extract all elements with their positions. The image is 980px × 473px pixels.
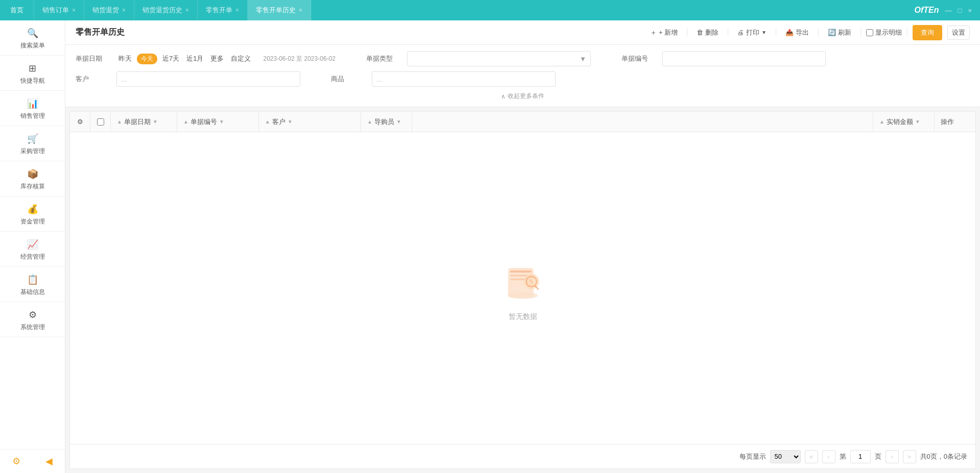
th-cust-sort-down-icon[interactable]: ▼ xyxy=(288,119,293,125)
tab-home[interactable]: 首页 xyxy=(0,0,34,20)
th-sort-down-icon[interactable]: ▼ xyxy=(153,119,158,125)
delete-label: 删除 xyxy=(705,28,719,37)
sidebar-item-label: 采购管理 xyxy=(20,147,45,156)
sidebar-item-quick-nav[interactable]: ⊞ 快捷导航 xyxy=(0,56,65,91)
toolbar-sep-5 xyxy=(861,29,861,37)
th-number-label: 单据编号 xyxy=(190,117,217,127)
sales-order-label: 销售订单 xyxy=(42,6,69,15)
toolbar-sep-3 xyxy=(776,29,776,37)
date-range: 2023-06-02 至 2023-06-02 xyxy=(263,55,335,63)
date-option-yesterday[interactable]: 昨天 xyxy=(116,53,134,64)
sidebar-item-label: 经营管理 xyxy=(20,253,45,261)
collapse-up-icon: ∧ xyxy=(501,93,506,100)
display-checkbox[interactable] xyxy=(866,29,873,36)
filter-row-2: 客户 ... 商品 ... xyxy=(76,71,970,87)
sidebar-item-finance[interactable]: 💰 资金管理 xyxy=(0,196,65,232)
type-label: 单据类型 xyxy=(366,54,397,63)
collapse-sidebar-icon[interactable]: ◀ xyxy=(45,456,53,467)
sidebar-item-operations[interactable]: 📈 经营管理 xyxy=(0,232,65,267)
select-all-checkbox[interactable] xyxy=(97,118,104,126)
last-page-icon: » xyxy=(907,453,911,460)
add-icon: ＋ xyxy=(650,28,657,37)
close-sales-order-icon[interactable]: × xyxy=(72,7,76,14)
retail-open-history-label: 零售开单历史 xyxy=(256,6,296,15)
window-minimize-icon[interactable]: — xyxy=(945,7,952,14)
settings-button[interactable]: 设置 xyxy=(947,26,970,40)
product-select[interactable]: ... xyxy=(372,71,556,87)
date-option-7days[interactable]: 近7天 xyxy=(160,53,181,64)
tab-retail-open[interactable]: 零售开单 × xyxy=(198,0,248,20)
top-bar-right: OfTEn — □ × xyxy=(915,0,980,20)
th-sort-up-icon[interactable]: ▲ xyxy=(117,119,122,125)
tab-sales-order[interactable]: 销售订单 × xyxy=(34,0,84,20)
date-option-more[interactable]: 更多 xyxy=(208,53,226,64)
first-page-button[interactable]: « xyxy=(805,450,818,463)
th-amount-sort-up-icon[interactable]: ▲ xyxy=(879,119,885,125)
collapse-button[interactable]: ∧ 收起更多条件 xyxy=(501,92,544,101)
type-select[interactable]: ▼ xyxy=(407,51,591,66)
delete-icon: 🗑 xyxy=(697,29,703,36)
close-retail-open-history-icon[interactable]: × xyxy=(299,7,302,14)
date-option-today[interactable]: 今天 xyxy=(137,54,157,64)
tab-sales-return[interactable]: 销货退货 × xyxy=(84,0,134,20)
toolbar-sep-1 xyxy=(687,29,687,37)
prev-page-button[interactable]: ‹ xyxy=(822,450,835,463)
sidebar-item-label: 销售管理 xyxy=(20,112,45,120)
main-layout: 🔍 搜索菜单 ⊞ 快捷导航 📊 销售管理 🛒 采购管理 📦 库存核算 💰 资金管… xyxy=(0,20,980,473)
type-dropdown-icon: ▼ xyxy=(580,55,586,63)
close-retail-open-icon[interactable]: × xyxy=(235,7,239,14)
sidebar-item-sales[interactable]: 📊 销售管理 xyxy=(0,91,65,126)
th-num-sort-down-icon[interactable]: ▼ xyxy=(219,119,224,125)
system-icon: ⚙ xyxy=(29,309,37,320)
delete-button[interactable]: 🗑 删除 xyxy=(692,26,723,39)
sidebar-item-basic[interactable]: 📋 基础信息 xyxy=(0,267,65,302)
close-sales-return-icon[interactable]: × xyxy=(122,7,126,14)
settings-footer-icon[interactable]: ⚙ xyxy=(12,456,20,467)
customer-placeholder: ... xyxy=(121,76,127,83)
brand-text: OfTEn xyxy=(915,6,939,15)
th-action-label: 操作 xyxy=(941,117,954,127)
page-size-select[interactable]: 50 10 20 100 xyxy=(770,450,801,463)
th-amount-sort-down-icon[interactable]: ▼ xyxy=(915,119,920,125)
last-page-button[interactable]: » xyxy=(903,450,916,463)
sidebar-item-system[interactable]: ⚙ 系统管理 xyxy=(0,302,65,337)
th-customer: ▲ 客户 ▼ xyxy=(259,112,361,132)
export-button[interactable]: 📤 导出 xyxy=(781,26,813,39)
window-maximize-icon[interactable]: □ xyxy=(958,7,962,14)
add-button[interactable]: ＋ + 新增 xyxy=(646,26,682,39)
close-sales-return-history-icon[interactable]: × xyxy=(185,7,189,14)
query-label: 查询 xyxy=(921,28,934,37)
total-text: 共0页，0条记录 xyxy=(920,452,967,461)
th-guide-sort-down-icon[interactable]: ▼ xyxy=(396,119,401,125)
refresh-button[interactable]: 🔄 刷新 xyxy=(824,26,855,39)
print-dropdown-icon: ▼ xyxy=(761,30,767,35)
empty-illustration xyxy=(497,255,548,306)
th-amount: ▲ 实销金额 ▼ xyxy=(873,112,935,132)
date-option-1month[interactable]: 近1月 xyxy=(184,53,205,64)
th-guide-sort-up-icon[interactable]: ▲ xyxy=(367,119,372,125)
th-number: ▲ 单据编号 ▼ xyxy=(177,112,259,132)
th-num-sort-up-icon[interactable]: ▲ xyxy=(183,119,188,125)
number-input[interactable] xyxy=(662,51,826,66)
sidebar-search[interactable]: 🔍 搜索菜单 xyxy=(0,20,65,56)
basic-icon: 📋 xyxy=(27,274,38,285)
date-label: 单据日期 xyxy=(76,54,106,63)
tab-retail-open-history[interactable]: 零售开单历史 × xyxy=(248,0,311,20)
customer-select[interactable]: ... xyxy=(116,71,300,87)
page-input[interactable] xyxy=(850,450,871,463)
th-settings[interactable]: ⚙ xyxy=(70,112,90,132)
th-cust-sort-up-icon[interactable]: ▲ xyxy=(265,119,270,125)
sidebar-item-inventory[interactable]: 📦 库存核算 xyxy=(0,161,65,196)
query-button[interactable]: 查询 xyxy=(913,25,942,40)
sales-icon: 📊 xyxy=(27,98,38,109)
page-size-label: 每页显示 xyxy=(739,452,766,461)
date-option-custom[interactable]: 自定义 xyxy=(229,53,253,64)
tab-sales-return-history[interactable]: 销货退货历史 × xyxy=(134,0,198,20)
page-suffix: 页 xyxy=(875,452,881,461)
next-page-button[interactable]: › xyxy=(886,450,899,463)
empty-state: 暂无数据 xyxy=(70,132,975,444)
print-button[interactable]: 🖨 打印 ▼ xyxy=(733,26,771,39)
window-close-icon[interactable]: × xyxy=(968,7,972,14)
inventory-icon: 📦 xyxy=(27,168,38,180)
sidebar-item-purchase[interactable]: 🛒 采购管理 xyxy=(0,126,65,161)
